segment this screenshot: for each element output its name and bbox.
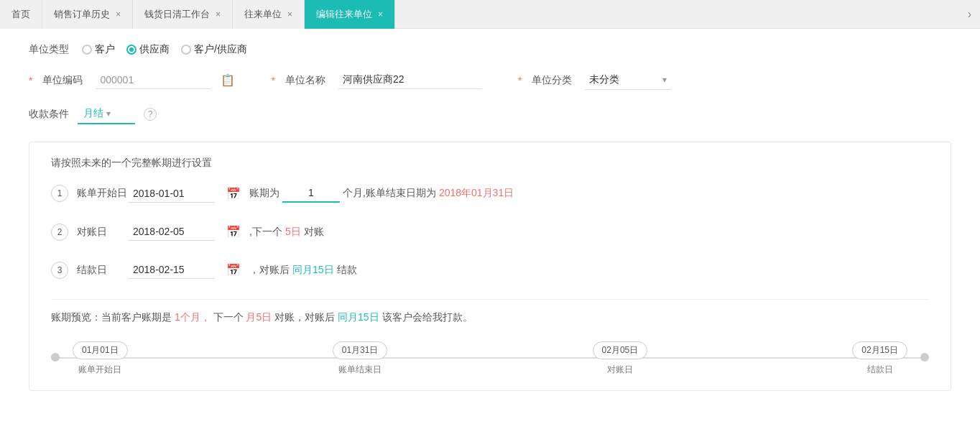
tab-edit-partner[interactable]: 编辑往来单位 × xyxy=(305,0,395,29)
setting-row-2: 2 对账日 📅 ,下一个 5日 对账 xyxy=(51,223,929,241)
row-desc-2: ,下一个 5日 对账 xyxy=(249,226,324,239)
required-star-code: * xyxy=(29,75,32,86)
timeline-label-1: 账单结束日 xyxy=(338,364,382,376)
timeline-left-dot xyxy=(51,353,60,362)
unit-code-label: 单位编码 xyxy=(42,74,83,87)
unit-category-label: 单位分类 xyxy=(532,74,572,87)
setting-row-3: 3 结款日 📅 ，对账后 同月15日 结款 xyxy=(51,261,929,279)
timeline-line xyxy=(51,357,929,359)
payment-condition-arrow-icon: ▾ xyxy=(106,109,111,119)
unit-type-row: 单位类型 客户 供应商 客户/供应商 xyxy=(29,43,951,56)
settlement-date-input[interactable] xyxy=(129,261,215,279)
row-num-2: 2 xyxy=(51,224,68,241)
timeline-node-2: 02月05日 对账日 xyxy=(593,341,648,376)
start-date-input[interactable] xyxy=(129,185,215,203)
settings-box: 请按照未来的一个完整帐期进行设置 1 账单开始日 📅 账期为 个月,账单结束日期… xyxy=(29,142,951,391)
radio-both[interactable]: 客户/供应商 xyxy=(181,43,247,56)
timeline-label-0: 账单开始日 xyxy=(78,364,121,376)
row-desc-1: 账期为 个月,账单结束日期为 2018年01月31日 xyxy=(249,184,514,203)
unit-code-input[interactable] xyxy=(96,71,211,89)
timeline-right-dot xyxy=(920,353,929,362)
radio-circle-supplier xyxy=(126,45,137,55)
main-content: 单位类型 客户 供应商 客户/供应商 * 单位编码 📋 * 单位名称 * 单位分… xyxy=(0,29,980,437)
setting-row-1: 1 账单开始日 📅 账期为 个月,账单结束日期为 2018年01月31日 xyxy=(51,184,929,203)
unit-name-label: 单位名称 xyxy=(285,74,325,87)
timeline-pill-3: 02月15日 xyxy=(852,341,907,359)
help-icon[interactable]: ? xyxy=(144,108,157,121)
end-date-highlight: 2018年01月31日 xyxy=(439,187,514,200)
unit-category-select[interactable]: 未分类 ▾ xyxy=(585,70,671,90)
close-tab-edit-partner[interactable]: × xyxy=(378,9,383,19)
timeline-pill-1: 01月31日 xyxy=(333,341,388,359)
preview-text: 账期预览：当前客户账期是 1个月， 下一个 月5日 对账，对账后 同月15日 该… xyxy=(51,311,929,324)
radio-circle-customer xyxy=(82,45,92,55)
timeline-node-3: 02月15日 结款日 xyxy=(852,341,907,376)
unit-code-copy-icon[interactable]: 📋 xyxy=(221,73,235,87)
row-num-1: 1 xyxy=(51,185,68,202)
preview-settlement-highlight: 同月15日 xyxy=(338,311,379,323)
radio-supplier[interactable]: 供应商 xyxy=(126,43,170,56)
reconcile-day-highlight: 5日 xyxy=(285,226,301,239)
timeline-container: 01月01日 账单开始日 01月31日 账单结束日 02月05日 对账日 02月… xyxy=(51,341,929,376)
radio-circle-both xyxy=(181,45,191,55)
reconcile-date-cal-icon[interactable]: 📅 xyxy=(226,225,241,239)
timeline-pill-2: 02月05日 xyxy=(593,341,648,359)
timeline-nodes: 01月01日 账单开始日 01月31日 账单结束日 02月05日 对账日 02月… xyxy=(73,341,907,376)
payment-condition-row: 收款条件 月结 ▾ ? xyxy=(29,104,951,124)
unit-category-value: 未分类 xyxy=(589,73,660,86)
payment-condition-select[interactable]: 月结 ▾ xyxy=(78,104,135,124)
timeline-node-0: 01月01日 账单开始日 xyxy=(73,341,128,376)
tab-home[interactable]: 首页 xyxy=(0,0,42,29)
unit-name-input[interactable] xyxy=(338,71,482,89)
timeline-label-3: 结款日 xyxy=(867,364,893,376)
unit-info-row: * 单位编码 📋 * 单位名称 * 单位分类 未分类 ▾ xyxy=(29,70,951,90)
close-tab-sales-history[interactable]: × xyxy=(116,9,121,19)
timeline-label-2: 对账日 xyxy=(607,364,633,376)
row-num-3: 3 xyxy=(51,262,68,279)
settlement-day-highlight: 同月15日 xyxy=(292,264,334,277)
tab-sales-history[interactable]: 销售订单历史 × xyxy=(42,0,133,29)
required-star-category: * xyxy=(518,75,522,86)
row-field-label-1: 账单开始日 xyxy=(77,187,120,200)
row-desc-3: ，对账后 同月15日 结款 xyxy=(249,264,357,277)
preview-reconcile-highlight: 月5日 xyxy=(246,311,272,323)
required-star-name: * xyxy=(271,75,274,86)
start-date-cal-icon[interactable]: 📅 xyxy=(226,187,241,201)
timeline-pill-0: 01月01日 xyxy=(73,341,128,359)
preview-period-highlight: 1个月， xyxy=(175,311,211,323)
tab-bar: 首页 销售订单历史 × 钱货日清工作台 × 往来单位 × 编辑往来单位 × › xyxy=(0,0,980,29)
tab-more-button[interactable]: › xyxy=(959,8,980,21)
payment-condition-label: 收款条件 xyxy=(29,108,69,121)
preview-section: 账期预览：当前客户账期是 1个月， 下一个 月5日 对账，对账后 同月15日 该… xyxy=(51,300,929,376)
close-tab-cash-work[interactable]: × xyxy=(216,9,221,19)
timeline-node-1: 01月31日 账单结束日 xyxy=(333,341,388,376)
period-input[interactable] xyxy=(282,184,340,203)
close-tab-partner[interactable]: × xyxy=(287,9,292,19)
unit-type-label: 单位类型 xyxy=(29,43,69,56)
unit-type-radio-group: 客户 供应商 客户/供应商 xyxy=(82,43,247,56)
tab-cash-work[interactable]: 钱货日清工作台 × xyxy=(133,0,233,29)
settlement-date-cal-icon[interactable]: 📅 xyxy=(226,263,241,277)
row-field-label-2: 对账日 xyxy=(77,226,120,239)
row-field-label-3: 结款日 xyxy=(77,264,120,277)
payment-condition-value: 月结 xyxy=(83,107,103,120)
radio-customer[interactable]: 客户 xyxy=(82,43,115,56)
unit-category-arrow-icon: ▾ xyxy=(662,75,667,85)
reconcile-date-input[interactable] xyxy=(129,223,215,241)
settings-title: 请按照未来的一个完整帐期进行设置 xyxy=(51,157,929,170)
tab-partner[interactable]: 往来单位 × xyxy=(233,0,305,29)
